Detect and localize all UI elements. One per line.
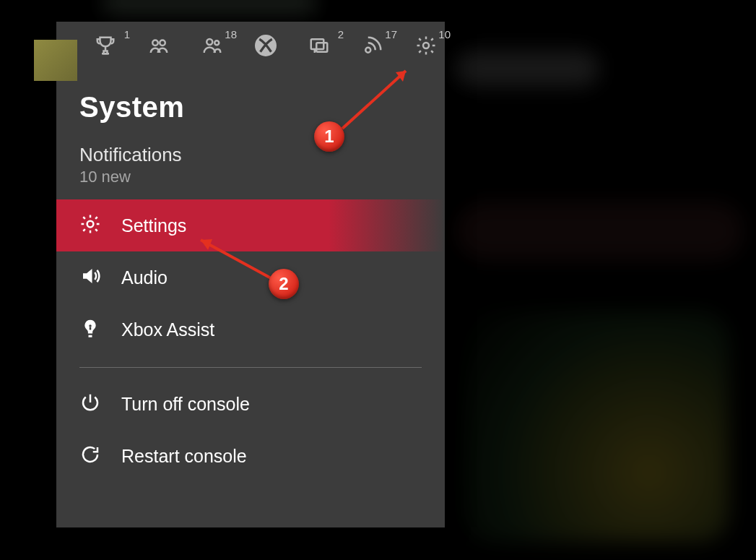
annotation-step-2: 2 [269,269,299,299]
annotation-step-1: 1 [314,121,344,152]
svg-line-13 [201,240,274,280]
annotation-arrow-2 [0,0,756,560]
